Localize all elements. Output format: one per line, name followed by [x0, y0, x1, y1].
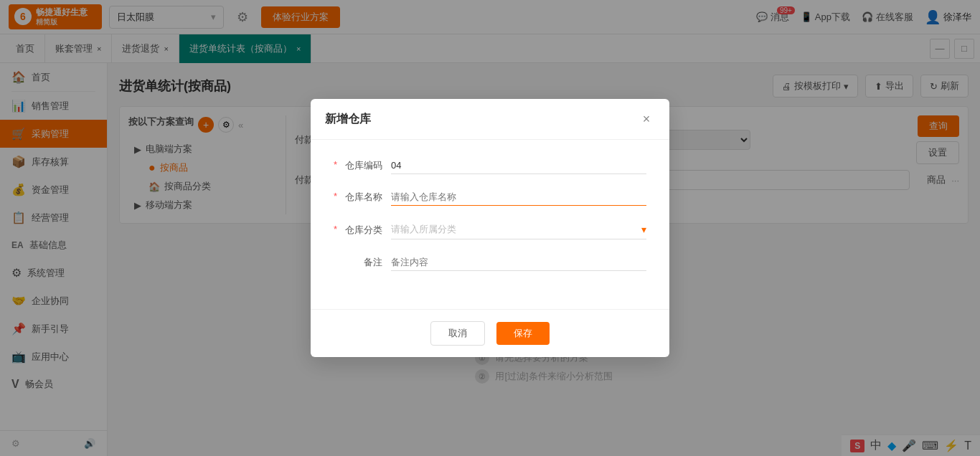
remark-label: 备注	[334, 256, 391, 269]
code-input[interactable]	[391, 157, 646, 174]
category-chevron-icon: ▾	[641, 224, 646, 235]
modal-body: 仓库编码 仓库名称 仓库分类 请输入所属分类 ▾ 备注	[311, 140, 669, 309]
modal-close-button[interactable]: ×	[638, 110, 655, 128]
name-input[interactable]	[391, 189, 646, 206]
category-label: 仓库分类	[334, 224, 391, 237]
save-button[interactable]: 保存	[496, 322, 550, 345]
form-row-code: 仓库编码	[334, 157, 646, 174]
cancel-button[interactable]: 取消	[430, 321, 485, 346]
remark-input[interactable]	[391, 254, 646, 271]
code-label: 仓库编码	[334, 159, 391, 172]
name-label: 仓库名称	[334, 191, 391, 204]
category-placeholder: 请输入所属分类	[391, 223, 456, 236]
modal-footer: 取消 保存	[311, 309, 669, 357]
new-warehouse-modal: 新增仓库 × 仓库编码 仓库名称 仓库分类 请输入所属分类 ▾ 备注	[311, 99, 669, 357]
form-row-remark: 备注	[334, 254, 646, 271]
modal-header: 新增仓库 ×	[311, 99, 669, 140]
modal-overlay: 新增仓库 × 仓库编码 仓库名称 仓库分类 请输入所属分类 ▾ 备注	[0, 0, 980, 456]
modal-title: 新增仓库	[325, 112, 371, 127]
form-row-category: 仓库分类 请输入所属分类 ▾	[334, 220, 646, 239]
form-row-name: 仓库名称	[334, 189, 646, 206]
category-select[interactable]: 请输入所属分类 ▾	[391, 220, 646, 239]
